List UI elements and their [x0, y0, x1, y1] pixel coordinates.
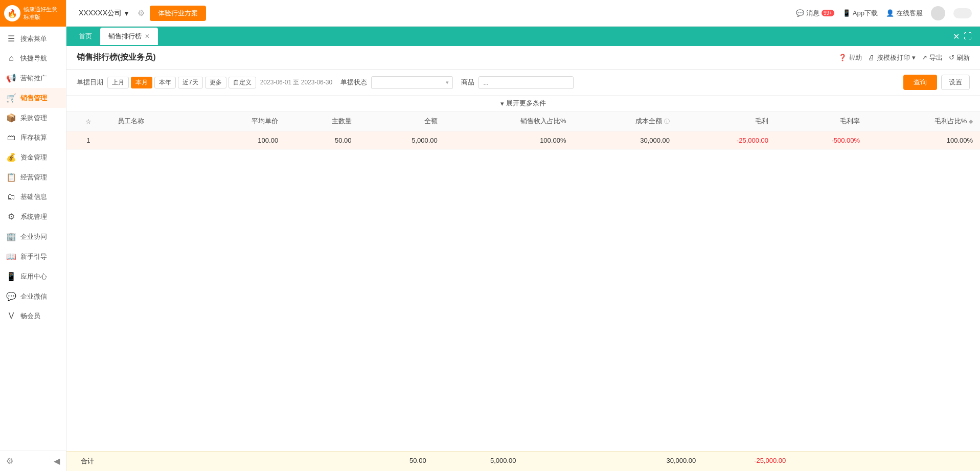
- sidebar-icon-member: V: [6, 311, 16, 321]
- sidebar-item-shortcut[interactable]: ⌂快捷导航: [0, 49, 66, 68]
- sidebar-label-inventory: 库存核算: [20, 133, 47, 142]
- page-header: 销售排行榜(按业务员) ❓ 帮助 🖨 按模板打印 ▾ ↗ 导出: [66, 46, 980, 70]
- template-print-button[interactable]: 🖨 按模板打印 ▾: [868, 53, 916, 62]
- sidebar-item-purchase[interactable]: 📦采购管理: [0, 108, 66, 128]
- status-filter-group: 单据状态: [340, 76, 453, 89]
- sidebar-label-wechat: 企业微信: [20, 292, 47, 301]
- status-select[interactable]: [371, 76, 453, 89]
- footer-amount: 5,000.00: [490, 457, 516, 464]
- date-btn-last_month[interactable]: 上月: [107, 77, 129, 88]
- sidebar-label-marketing: 营销推广: [20, 74, 47, 83]
- date-btn-this_year[interactable]: 本年: [154, 77, 176, 88]
- sidebar-item-member[interactable]: V畅会员: [0, 306, 66, 326]
- avatar[interactable]: [931, 6, 945, 20]
- cell-avg-price: 100.00: [198, 131, 285, 150]
- sidebar-item-wechat[interactable]: 💬企业微信: [0, 286, 66, 306]
- sidebar-icon-finance: 💰: [6, 152, 16, 162]
- tab-label-sales_rank: 销售排行榜: [108, 32, 142, 41]
- footer-qty: 50.00: [409, 457, 426, 464]
- window-close-icon[interactable]: ✕: [953, 32, 960, 41]
- message-icon: 💬: [796, 9, 804, 17]
- footer-qty-cell: 50.00: [344, 457, 434, 466]
- sidebar-item-search[interactable]: ☰搜索菜单: [0, 29, 66, 49]
- sidebar-item-guide[interactable]: 📖新手引导: [0, 246, 66, 266]
- footer-profitpct-cell: [883, 457, 973, 466]
- online-service-button[interactable]: 👤 在线客服: [886, 9, 923, 18]
- settings-button[interactable]: 设置: [941, 75, 970, 90]
- cell-amount: 5,000.00: [359, 131, 445, 150]
- th-name: 员工名称: [110, 111, 198, 131]
- refresh-icon: ↺: [949, 54, 954, 61]
- topbar-right: 💬 消息 99+ 📱 App下载 👤 在线客服: [796, 6, 972, 20]
- sidebar-icon-system: ⚙: [6, 212, 16, 221]
- th-profit-rate: 毛利率: [776, 111, 867, 131]
- query-button[interactable]: 查询: [903, 75, 937, 90]
- date-btn-custom[interactable]: 自定义: [229, 77, 256, 88]
- sidebar-settings-icon[interactable]: ⚙: [6, 456, 13, 466]
- footer-rate-cell: [793, 457, 883, 466]
- expand-icon: ▾: [500, 100, 504, 107]
- footer-profit-cell: -25,000.00: [703, 457, 793, 466]
- footer-pct-cell: [523, 457, 613, 466]
- message-badge: 99+: [822, 10, 834, 16]
- sidebar-label-guide: 新手引导: [20, 252, 47, 261]
- sidebar-item-enterprise[interactable]: 🏢企业协同: [0, 227, 66, 246]
- sidebar-item-sales[interactable]: 🛒销售管理: [0, 88, 66, 108]
- tab-close-sales_rank[interactable]: ✕: [145, 33, 150, 40]
- footer-label-cell: 合计: [74, 457, 164, 466]
- app-download-button[interactable]: 📱 App下载: [842, 9, 878, 18]
- th-amount: 全额: [359, 111, 445, 131]
- print-icon: 🖨: [868, 54, 875, 61]
- tab-home[interactable]: 首页: [71, 28, 100, 45]
- sidebar-collapse-icon[interactable]: ◀: [54, 456, 60, 466]
- company-name: XXXXXX公司: [79, 9, 122, 18]
- sidebar-item-basicinfo[interactable]: 🗂基础信息: [0, 187, 66, 207]
- status-select-wrapper: [371, 76, 453, 89]
- tab-sales_rank[interactable]: 销售排行榜✕: [100, 28, 158, 45]
- date-btn-more[interactable]: 更多: [205, 77, 226, 88]
- chevron-down-icon: ▾: [125, 9, 128, 17]
- sidebar-item-finance[interactable]: 💰资金管理: [0, 147, 66, 167]
- sidebar-item-inventory[interactable]: 🗃库存核算: [0, 128, 66, 147]
- sidebar-icon-shortcut: ⌂: [6, 54, 16, 63]
- sidebar-label-apps: 应用中心: [20, 272, 47, 281]
- date-btn-last7[interactable]: 近7天: [178, 77, 203, 88]
- date-buttons: 上月本月本年近7天更多自定义: [107, 77, 256, 88]
- app-download-label: App下载: [853, 9, 878, 18]
- date-range: 2023-06-01 至 2023-06-30: [260, 78, 332, 87]
- goods-label: 商品: [461, 78, 474, 87]
- date-btn-this_month[interactable]: 本月: [131, 77, 152, 88]
- footer-cost-cell: 30,000.00: [613, 457, 703, 466]
- sidebar-icon-guide: 📖: [6, 252, 16, 261]
- sidebar-icon-sales: 🛒: [6, 93, 16, 103]
- window-expand-icon[interactable]: ⛶: [964, 32, 972, 41]
- company-selector[interactable]: XXXXXX公司 ▾: [75, 7, 132, 20]
- sidebar-label-operations: 经营管理: [20, 173, 47, 182]
- content: 销售排行榜(按业务员) ❓ 帮助 🖨 按模板打印 ▾ ↗ 导出: [66, 46, 980, 471]
- refresh-button[interactable]: ↺ 刷新: [949, 53, 970, 62]
- sidebar-item-system[interactable]: ⚙系统管理: [0, 207, 66, 227]
- goods-input[interactable]: [478, 76, 574, 89]
- sidebar-menu: ☰搜索菜单⌂快捷导航📢营销推广🛒销售管理📦采购管理🗃库存核算💰资金管理📋经营管理…: [0, 27, 66, 451]
- trial-button[interactable]: 体验行业方案: [150, 6, 206, 21]
- footer-label: 合计: [81, 457, 94, 465]
- sidebar-item-operations[interactable]: 📋经营管理: [0, 167, 66, 187]
- help-button[interactable]: ❓ 帮助: [838, 53, 862, 62]
- tab-label-home: 首页: [79, 32, 92, 41]
- sidebar-item-marketing[interactable]: 📢营销推广: [0, 68, 66, 88]
- message-button[interactable]: 💬 消息 99+: [796, 9, 834, 18]
- th-qty: 主数量: [285, 111, 358, 131]
- cell-sales-pct: 100.00%: [445, 131, 574, 150]
- cell-profit-rate: -500.00%: [776, 131, 867, 150]
- th-cost: 成本全额 ⓘ: [573, 111, 677, 131]
- sidebar-item-apps[interactable]: 📱应用中心: [0, 266, 66, 286]
- sidebar-label-shortcut: 快捷导航: [20, 54, 47, 63]
- expand-bar[interactable]: ▾ 展开更多条件: [66, 96, 980, 111]
- message-label: 消息: [806, 9, 819, 18]
- cell-qty: 50.00: [285, 131, 358, 150]
- sidebar-icon-search: ☰: [6, 34, 16, 43]
- settings-icon[interactable]: ⚙: [138, 8, 145, 18]
- sidebar-label-enterprise: 企业协同: [20, 232, 47, 241]
- user-name-area: [953, 8, 972, 18]
- export-button[interactable]: ↗ 导出: [922, 53, 943, 62]
